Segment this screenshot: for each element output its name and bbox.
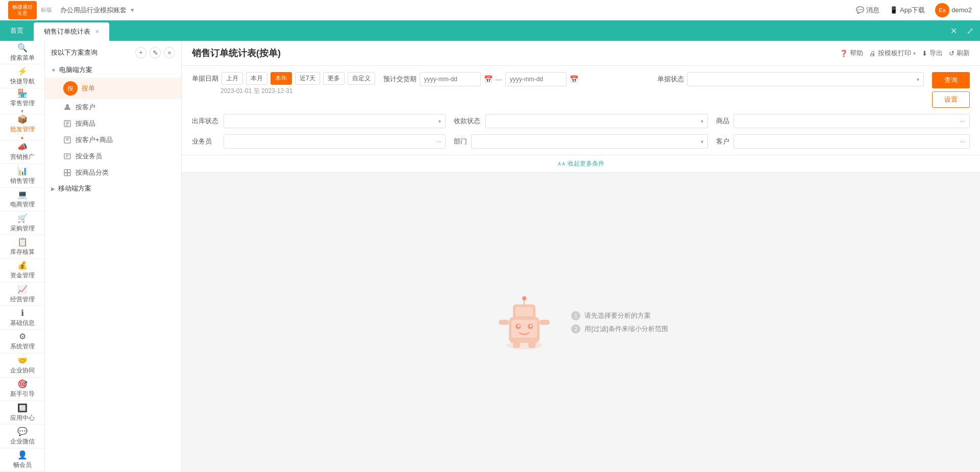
svg-rect-26 — [499, 320, 509, 325]
sales-order-tab[interactable]: 销售订单统计表 × — [34, 22, 109, 41]
export-icon: ⬇ — [922, 50, 927, 57]
app-download-icon: 📱 — [890, 6, 898, 14]
svg-rect-17 — [511, 320, 537, 338]
settings-button[interactable]: 设置 — [932, 91, 970, 108]
sidebar-item-wechat-label: 企业微信 — [10, 437, 35, 446]
calendar-to-icon[interactable]: 📅 — [570, 75, 578, 83]
sidebar-item-ecommerce[interactable]: 💻 电商管理 — [0, 188, 44, 211]
scheme-item-by-customer[interactable]: 按客户 — [45, 99, 181, 115]
search-icon: 🔍 — [17, 43, 28, 53]
empty-tips: 1 请先选择要分析的方案 2 用[过滤]条件来缩小分析范围 — [571, 311, 668, 334]
expected-date-to-input[interactable] — [505, 72, 567, 86]
goods-select[interactable]: ··· — [733, 114, 970, 128]
logo-text: 畅捷通好 生意 — [12, 4, 33, 16]
sidebar-item-retail[interactable]: 🏪 零售管理 ▼ — [0, 88, 44, 114]
doc-status-group: 单据状态 ▾ — [657, 72, 924, 86]
sidebar-item-operations[interactable]: 📈 经营管理 — [0, 282, 44, 306]
sidebar-item-appcenter-label: 应用中心 — [10, 414, 35, 422]
svg-point-25 — [522, 296, 526, 300]
panel-collapse-button[interactable]: « — [164, 47, 175, 58]
payment-status-select[interactable]: ▾ — [485, 114, 707, 128]
scheme-item-by-order[interactable]: 按 按单 — [45, 78, 181, 99]
scheme-item-by-salesperson[interactable]: 按业务员 — [45, 148, 181, 164]
sidebar-item-finance[interactable]: 💰 资金管理 — [0, 259, 44, 282]
sidebar-item-retail-label: 零售管理 — [10, 99, 35, 108]
svg-rect-28 — [513, 342, 520, 348]
help-button[interactable]: ❓ 帮助 — [840, 49, 863, 58]
operations-icon: 📈 — [17, 285, 28, 294]
message-button[interactable]: 💬 消息 — [856, 6, 879, 15]
mobile-scheme-label: 移动端方案 — [58, 184, 91, 193]
ecommerce-icon: 💻 — [17, 190, 28, 199]
date-range-display: 2023-01-01 至 2023-12-31 — [192, 87, 375, 96]
panel-edit-button[interactable]: ✎ — [150, 47, 161, 58]
sidebar-item-member-label: 畅会员 — [13, 461, 32, 469]
scheme-item-by-salesperson-label: 按业务员 — [76, 152, 102, 161]
sidebar-item-sales[interactable]: 📊 销售管理 — [0, 164, 44, 187]
department-select[interactable]: ▾ — [471, 134, 707, 149]
scheme-item-by-category[interactable]: 按商品分类 — [45, 164, 181, 181]
sidebar-item-purchase-label: 采购管理 — [10, 224, 35, 233]
sidebar-item-wechat[interactable]: 💬 企业微信 — [0, 424, 44, 448]
salesperson-dots[interactable]: ··· — [436, 138, 441, 145]
app-download-button[interactable]: 📱 App下载 — [890, 6, 925, 15]
scheme-icon-salesperson — [63, 152, 71, 160]
sidebar-item-guide[interactable]: 🎯 新手引导 — [0, 377, 44, 401]
ship-status-arrow: ▾ — [438, 119, 441, 124]
panel-add-button[interactable]: + — [135, 47, 146, 58]
customer-select[interactable]: ··· — [733, 134, 970, 149]
sidebar-item-inventory[interactable]: 📋 库存核算 — [0, 235, 44, 258]
retail-icon: 🏪 — [17, 88, 28, 98]
doc-status-select[interactable]: ▾ — [687, 72, 924, 86]
sidebar-item-basic-info[interactable]: ℹ 基础信息 — [0, 306, 44, 329]
calendar-from-icon[interactable]: 📅 — [484, 75, 493, 83]
date-dash: — — [496, 76, 502, 83]
print-icon: 🖨 — [869, 50, 876, 57]
date-btn-custom[interactable]: 自定义 — [348, 72, 375, 85]
date-btn-this-year[interactable]: 本年 — [271, 72, 292, 85]
template-print-button[interactable]: 🖨 按模板打印 ▾ — [869, 49, 916, 58]
sidebar-item-enterprise[interactable]: 🤝 企业协同 — [0, 353, 44, 377]
desktop-scheme-title[interactable]: ▼ 电脑端方案 — [45, 62, 181, 78]
tab-close-icon[interactable]: × — [95, 28, 99, 35]
goods-dots[interactable]: ··· — [960, 117, 965, 125]
sidebar-item-marketing[interactable]: 📣 营销推广 — [0, 140, 44, 164]
ship-status-select[interactable]: ▾ — [224, 114, 446, 128]
scheme-item-by-goods[interactable]: 按商品 — [45, 115, 181, 132]
date-btn-last-month[interactable]: 上月 — [222, 72, 243, 85]
mobile-scheme-section: ▶ 移动端方案 — [45, 181, 181, 196]
sidebar-item-shortcuts[interactable]: ⚡ 快捷导航 — [0, 64, 44, 88]
help-label: 帮助 — [850, 49, 863, 58]
refresh-button[interactable]: ↺ 刷新 — [949, 49, 970, 58]
sidebar-item-system[interactable]: ⚙ 系统管理 — [0, 330, 44, 353]
salesperson-select[interactable]: ··· — [224, 134, 446, 149]
scheme-item-by-order-label: 按单 — [82, 84, 95, 93]
window-maximize-button[interactable]: ⤢ — [964, 25, 976, 37]
customer-dots[interactable]: ··· — [960, 138, 965, 145]
app-download-label: App下载 — [900, 6, 925, 15]
window-close-button[interactable]: ✕ — [947, 25, 960, 37]
sidebar-item-enterprise-label: 企业协同 — [10, 366, 35, 375]
date-btn-this-month[interactable]: 本月 — [246, 72, 267, 85]
export-button[interactable]: ⬇ 导出 — [922, 49, 943, 58]
sidebar-item-search[interactable]: 🔍 搜索菜单 — [0, 41, 44, 64]
sales-order-tab-label: 销售订单统计表 — [44, 27, 90, 36]
scheme-item-by-customer-goods[interactable]: 按客户+商品 — [45, 132, 181, 148]
collapse-button[interactable]: ∧∧ 收起更多条件 — [182, 155, 980, 172]
doc-status-arrow: ▾ — [917, 77, 919, 82]
mobile-scheme-title[interactable]: ▶ 移动端方案 — [45, 181, 181, 196]
company-dropdown-icon[interactable]: ▾ — [131, 6, 134, 14]
query-button[interactable]: 查询 — [932, 72, 970, 88]
sidebar-item-wholesale[interactable]: 📦 批发管理 ▲ — [0, 114, 44, 140]
sidebar-item-member[interactable]: 👤 畅会员 — [0, 449, 44, 472]
expected-date-from-input[interactable] — [420, 72, 481, 86]
home-tab[interactable]: 首页 — [0, 20, 34, 41]
sidebar-item-appcenter[interactable]: 🔲 应用中心 — [0, 401, 44, 424]
basic-info-icon: ℹ — [21, 308, 24, 318]
date-btn-7days[interactable]: 近7天 — [295, 72, 320, 85]
payment-status-arrow: ▾ — [701, 119, 703, 124]
panel-header-actions: + ✎ « — [135, 47, 175, 58]
user-avatar[interactable]: Ea demo2 — [935, 3, 972, 17]
date-btn-more[interactable]: 更多 — [323, 72, 345, 85]
sidebar-item-purchase[interactable]: 🛒 采购管理 — [0, 211, 44, 235]
